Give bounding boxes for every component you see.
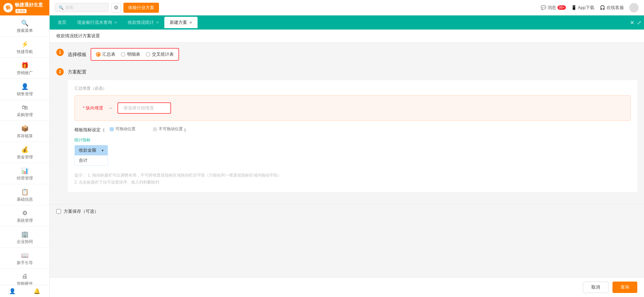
legend-fixed: 不可拖动位置	[153, 126, 183, 132]
newbie-icon: 📖	[21, 252, 29, 259]
section1-num: 1	[56, 49, 64, 56]
metrics-card: 收款金额 ▾ 合计	[74, 145, 108, 166]
tab-new-plan-close[interactable]: ✕	[189, 20, 192, 25]
tabbar: 首页 现金银行流水查询 ✕ 收款情况统计 ✕ 新建方案 ✕ ✕ ⤢	[50, 15, 644, 30]
tab-collection-stat[interactable]: 收款情况统计 ✕	[122, 17, 164, 28]
tabbar-actions: ✕ ⤢	[630, 19, 641, 26]
sidebar-item-purchase[interactable]: 🛍 采购管理	[0, 100, 49, 121]
user1-icon: 👤	[9, 288, 16, 294]
page-body: 1 选择模板 汇总表 明细表	[50, 43, 644, 204]
finance-icon: 💰	[21, 146, 29, 153]
section2-num: 2	[56, 68, 64, 76]
download-icon: 📱	[571, 5, 577, 10]
support-icon: 🎧	[600, 5, 605, 10]
purchase-icon: 🛍	[22, 104, 28, 111]
logo-icon: 畅	[3, 3, 13, 12]
tab-bank-flow-close[interactable]: ✕	[114, 20, 117, 25]
breadcrumb: 收款情况统计方案设置	[56, 33, 100, 38]
search-icon: 🔍	[59, 5, 64, 10]
tab-home[interactable]: 首页	[52, 17, 72, 28]
marketing-icon: 🎁	[21, 62, 29, 69]
cancel-button[interactable]: 取消	[583, 282, 608, 293]
tab-expand-btn[interactable]: ⤢	[637, 19, 641, 26]
metrics-card-header[interactable]: 收款金额 ▾	[75, 145, 108, 155]
save-checkbox[interactable]	[56, 209, 61, 214]
inventory-icon: 📦	[21, 125, 29, 132]
template-option-cross[interactable]: 交叉统计表	[146, 51, 174, 57]
sales-icon: 👤	[21, 83, 29, 90]
dimension-select[interactable]: 请选择分组维度	[117, 102, 171, 114]
sidebar-item-newbie[interactable]: 📖 新手引导	[0, 248, 49, 269]
topbar-search-box[interactable]: 🔍 搜索	[55, 3, 109, 12]
search-menu-icon: 🔍	[21, 19, 29, 27]
topbar-right: 💬 消息 99+ 📱 App下载 🎧 在线客服	[541, 3, 639, 12]
template-option-summary[interactable]: 汇总表	[96, 51, 115, 57]
legend-movable: 可拖动位置	[110, 126, 136, 132]
industry-btn[interactable]: 体验行业方案	[123, 3, 159, 13]
sidebar-item-marketing[interactable]: 🎁 营销推广	[0, 58, 49, 79]
basic-info-icon: 📋	[21, 188, 29, 196]
hint-line-2: 2. 点击标题栏下拉可设置排序、插入列和删除列	[74, 180, 631, 185]
smart-hw-icon: 🖨	[22, 273, 28, 280]
metrics-section-label: 统计指标	[74, 137, 631, 143]
metrics-legend-row: 模板指标设定（ 可拖动位置 不可拖动位置	[74, 126, 631, 135]
section2-row: 2 方案配置 汇总维度（必选） * 纵向维度 →	[56, 67, 637, 192]
tab-collection-stat-close[interactable]: ✕	[156, 20, 159, 25]
sidebar-bottom-user2[interactable]: 🔔	[34, 288, 40, 294]
sidebar-item-basic-info[interactable]: 📋 基础信息	[0, 184, 49, 205]
notification-icon: 💬	[541, 5, 546, 10]
metrics-area: 统计指标 收款金额 ▾ 合计	[74, 137, 631, 166]
template-options-box: 汇总表 明细表 交叉统计表	[91, 48, 179, 61]
page-content: 收款情况统计方案设置 1 选择模板 汇总表	[50, 30, 644, 277]
arrow-icon: →	[107, 105, 113, 112]
tab-bank-flow[interactable]: 现金银行流水查询 ✕	[72, 17, 122, 28]
sidebar-bottom-user1[interactable]: 👤	[9, 288, 16, 294]
quick-nav-icon: ⚡	[21, 41, 29, 48]
tab-close-all-btn[interactable]: ✕	[630, 19, 634, 26]
sidebar-item-finance[interactable]: 💰 资金管理	[0, 142, 49, 163]
legend-fixed-dot	[153, 127, 157, 131]
sidebar-item-smart-hw[interactable]: 🖨 智能硬件	[0, 269, 49, 285]
metrics-card-row: 合计	[75, 155, 108, 165]
section1-row: 1 选择模板 汇总表 明细表	[56, 48, 637, 61]
metrics-legend: 可拖动位置 不可拖动位置	[110, 126, 183, 132]
sidebar-item-system[interactable]: ⚙ 系统管理	[0, 205, 49, 227]
user-avatar[interactable]	[629, 3, 639, 12]
sidebar-item-inventory[interactable]: 📦 库存核算	[0, 121, 49, 142]
save-row: 方案保存（可选）	[50, 204, 644, 218]
radio-cross	[146, 52, 150, 57]
notification-badge: 99+	[557, 5, 566, 10]
gear-button[interactable]: ⚙	[111, 3, 121, 12]
template-option-detail[interactable]: 明细表	[121, 51, 140, 57]
sidebar-item-sales[interactable]: 👤 销售管理	[0, 79, 49, 100]
query-button[interactable]: 查询	[612, 282, 637, 293]
sidebar-nav: 🔍 搜索菜单 ⚡ 快捷导航 🎁 营销推广 👤 销售管理 🛍 采购管理 📦 库存核…	[0, 15, 49, 285]
logo: 畅 畅捷通好生意 标准版	[0, 0, 49, 15]
support-btn[interactable]: 🎧 在线客服	[600, 5, 624, 11]
radio-summary	[96, 52, 101, 57]
tab-new-plan[interactable]: 新建方案 ✕	[164, 17, 198, 28]
sidebar-bottom: 👤 🔔	[0, 285, 49, 297]
dropdown-icon: ▾	[102, 148, 104, 153]
enterprise-icon: 🏢	[21, 231, 29, 238]
user2-icon: 🔔	[34, 288, 40, 294]
radio-detail	[121, 52, 125, 57]
hints-section: 提示： 1. 拖动标题栏可以调整布局，不可跨维度或指标区域拖动栏目字段（只能在同…	[74, 172, 631, 185]
metrics-setting-label: 模板指标设定（	[74, 127, 105, 132]
logo-text: 畅捷通好生意	[15, 2, 43, 8]
download-btn[interactable]: 📱 App下载	[571, 5, 594, 11]
sidebar-item-management[interactable]: 📊 经营管理	[0, 163, 49, 184]
system-icon: ⚙	[22, 209, 28, 217]
topbar-left: 🔍 搜索 ⚙ 体验行业方案	[55, 3, 159, 13]
vertical-label: * 纵向维度	[83, 105, 103, 111]
management-icon: 📊	[21, 167, 29, 175]
notification-btn[interactable]: 💬 消息 99+	[541, 5, 566, 11]
legend-movable-dot	[110, 127, 114, 131]
topbar: 🔍 搜索 ⚙ 体验行业方案 💬 消息 99+ 📱 App下载 🎧 在线客服	[50, 0, 644, 15]
sidebar-item-quick-nav[interactable]: ⚡ 快捷导航	[0, 37, 49, 58]
section2-title: 方案配置	[68, 69, 87, 75]
dimension-row: * 纵向维度 → 请选择分组维度	[83, 102, 622, 114]
sidebar-item-search-menu[interactable]: 🔍 搜索菜单	[0, 15, 49, 37]
section1-title: 选择模板	[68, 50, 87, 59]
sidebar-item-enterprise[interactable]: 🏢 企业协同	[0, 227, 49, 248]
